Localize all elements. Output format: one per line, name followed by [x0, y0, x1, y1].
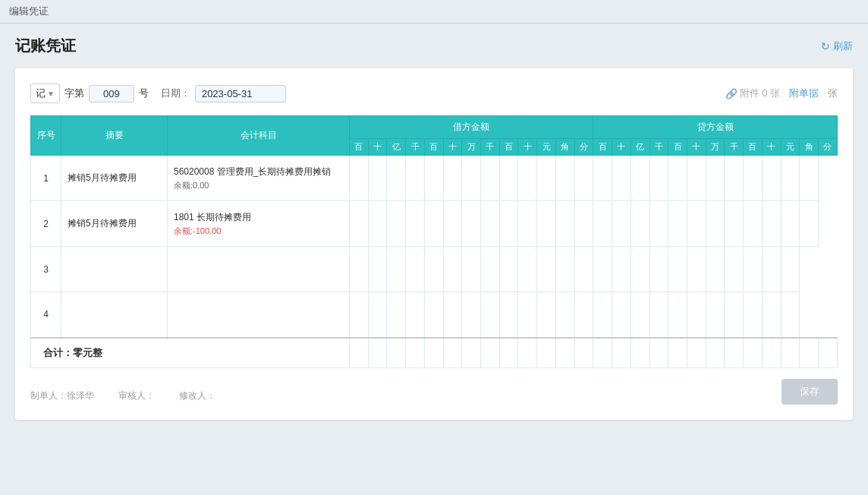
amount-cell[interactable] [368, 201, 387, 247]
account-cell[interactable] [168, 292, 350, 338]
summary-cell[interactable]: 摊销5月待摊费用 [61, 156, 168, 201]
date-input[interactable] [195, 85, 286, 102]
amount-cell[interactable] [631, 201, 649, 247]
amount-cell[interactable] [649, 156, 668, 201]
amount-cell[interactable] [612, 156, 631, 201]
amount-cell[interactable] [406, 247, 425, 292]
amount-cell[interactable] [725, 247, 744, 292]
amount-cell[interactable] [462, 247, 481, 292]
table-row[interactable]: 1 摊销5月待摊费用 56020008 管理费用_长期待摊费用摊销 余额:0.0… [31, 156, 838, 201]
amount-cell[interactable] [424, 247, 443, 292]
amount-cell[interactable] [518, 247, 537, 292]
amount-cell[interactable] [668, 247, 687, 292]
amount-cell[interactable] [368, 247, 387, 292]
amount-cell[interactable] [687, 156, 706, 201]
amount-cell[interactable] [350, 156, 369, 201]
amount-cell[interactable] [781, 292, 800, 338]
amount-cell[interactable] [631, 247, 649, 292]
amount-cell[interactable] [443, 156, 462, 201]
amount-cell[interactable] [462, 156, 481, 201]
amount-cell[interactable] [668, 292, 687, 338]
amount-cell[interactable] [555, 201, 574, 247]
amount-cell[interactable] [518, 156, 537, 201]
amount-cell[interactable] [555, 292, 574, 338]
amount-cell[interactable] [612, 292, 631, 338]
amount-cell[interactable] [406, 201, 425, 247]
amount-cell[interactable] [499, 292, 518, 338]
amount-cell[interactable] [350, 292, 369, 338]
amount-cell[interactable] [462, 292, 481, 338]
amount-cell[interactable] [762, 201, 781, 247]
amount-cell[interactable] [537, 156, 556, 201]
amount-cell[interactable] [762, 292, 781, 338]
amount-cell[interactable] [424, 201, 443, 247]
amount-cell[interactable] [706, 247, 725, 292]
amount-cell[interactable] [744, 156, 763, 201]
save-button[interactable]: 保存 [782, 379, 838, 405]
amount-cell[interactable] [800, 201, 819, 247]
amount-cell[interactable] [443, 201, 462, 247]
amount-cell[interactable] [762, 247, 781, 292]
amount-cell[interactable] [555, 156, 574, 201]
amount-cell[interactable] [725, 156, 744, 201]
summary-cell[interactable] [61, 292, 168, 338]
amount-cell[interactable] [499, 201, 518, 247]
amount-cell[interactable] [649, 292, 668, 338]
summary-cell[interactable]: 摊销5月待摊费用 [61, 201, 168, 247]
amount-cell[interactable] [574, 156, 593, 201]
account-cell[interactable] [168, 247, 350, 292]
amount-cell[interactable] [424, 292, 443, 338]
amount-cell[interactable] [555, 247, 574, 292]
amount-cell[interactable] [537, 201, 556, 247]
amount-cell[interactable] [781, 247, 800, 292]
voucher-number-input[interactable] [89, 85, 134, 102]
amount-cell[interactable] [368, 292, 387, 338]
amount-cell[interactable] [518, 201, 537, 247]
table-row[interactable]: 2 摊销5月待摊费用 1801 长期待摊费用 余额:-100.00 [31, 201, 838, 247]
amount-cell[interactable] [706, 156, 725, 201]
amount-cell[interactable] [800, 156, 819, 201]
table-row[interactable]: 4 [31, 292, 838, 338]
amount-cell[interactable] [406, 292, 425, 338]
amount-cell[interactable] [744, 201, 763, 247]
amount-cell[interactable] [725, 201, 744, 247]
amount-cell[interactable] [406, 156, 425, 201]
amount-cell[interactable] [518, 292, 537, 338]
amount-cell[interactable] [706, 201, 725, 247]
amount-cell[interactable] [499, 247, 518, 292]
account-cell[interactable]: 1801 长期待摊费用 余额:-100.00 [168, 201, 350, 247]
amount-cell[interactable] [499, 156, 518, 201]
amount-cell[interactable] [593, 247, 612, 292]
amount-cell[interactable] [443, 247, 462, 292]
summary-cell[interactable] [61, 247, 168, 292]
amount-cell[interactable] [387, 156, 406, 201]
amount-cell[interactable] [387, 247, 406, 292]
amount-cell[interactable] [462, 201, 481, 247]
amount-cell[interactable] [593, 156, 612, 201]
amount-cell[interactable] [481, 156, 500, 201]
amount-cell[interactable] [687, 292, 706, 338]
amount-cell[interactable] [668, 156, 687, 201]
amount-cell[interactable] [781, 201, 800, 247]
amount-cell[interactable] [687, 247, 706, 292]
amount-cell[interactable] [481, 292, 500, 338]
amount-cell[interactable] [744, 247, 763, 292]
amount-cell[interactable] [744, 292, 763, 338]
amount-cell[interactable] [781, 156, 800, 201]
amount-cell[interactable] [687, 201, 706, 247]
amount-cell[interactable] [350, 247, 369, 292]
amount-cell[interactable] [574, 247, 593, 292]
amount-cell[interactable] [481, 201, 500, 247]
table-row[interactable]: 3 [31, 247, 838, 292]
voucher-type-select[interactable]: 记 ▼ [30, 84, 60, 103]
amount-cell[interactable] [762, 156, 781, 201]
fj-button[interactable]: 附单据 [789, 87, 819, 100]
amount-cell[interactable] [481, 247, 500, 292]
amount-cell[interactable] [574, 201, 593, 247]
amount-cell[interactable] [537, 292, 556, 338]
amount-cell[interactable] [537, 247, 556, 292]
amount-cell[interactable] [387, 292, 406, 338]
amount-cell[interactable] [368, 156, 387, 201]
amount-cell[interactable] [443, 292, 462, 338]
amount-cell[interactable] [725, 292, 744, 338]
